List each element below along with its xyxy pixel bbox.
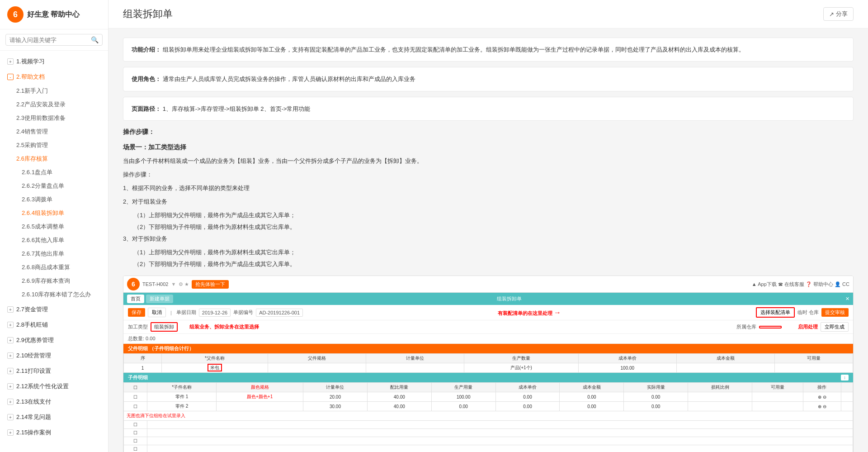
- lcell-chk-5: ☐: [124, 429, 147, 437]
- sidebar-item-cost-adjust[interactable]: 2.6.5成本调整单: [22, 220, 108, 233]
- nav-list: + 1.视频学习 - 2.帮助文档 2.1新手入门 2.2产品安装及登录 2.3…: [0, 51, 108, 452]
- sidebar-item-cost-recalc[interactable]: 2.6.8商品成本重算: [22, 261, 108, 274]
- nav-section-mobile: + 2.8手机旺铺: [0, 318, 108, 332]
- sidebar-item-videos[interactable]: + 1.视频学习: [0, 54, 108, 69]
- lcell-empty-6: [147, 437, 853, 445]
- col-avail: 可用量: [775, 354, 853, 363]
- lcell-chk-4: ☐: [124, 421, 147, 429]
- sidebar-item-coupon[interactable]: + 2.9优惠券管理: [0, 333, 108, 347]
- sim-select-bom-btn[interactable]: 选择装配清单: [756, 307, 795, 318]
- sim-lower-row-3: 无图也滴下位组给在试里录入: [124, 411, 853, 421]
- sim-assembly-header: 父件明细 （子件明细合计行）: [123, 344, 853, 353]
- lcell-prod-qty-1: 100.00: [431, 392, 495, 402]
- expand-icon-cases: +: [7, 429, 14, 436]
- sim-close-icon: ✕: [845, 296, 849, 302]
- search-icon[interactable]: 🔍: [91, 36, 99, 43]
- search-area: 🔍: [0, 29, 108, 51]
- sim-upper-row-1: 1 米包 产品(+1个) 100.00: [124, 363, 853, 373]
- sim-sub-header-label: 子件明细: [128, 374, 148, 381]
- sidebar-label-sales: 2.4销售管理: [16, 128, 48, 135]
- sidebar-label-ledger-error: 2.6.10库存账本错了怎么办: [22, 291, 91, 298]
- sidebar-label-transfer: 2.6.3调拨单: [22, 196, 52, 203]
- sidebar-item-transfer[interactable]: 2.6.3调拨单: [22, 193, 108, 206]
- sidebar-item-faq[interactable]: + 2.14常见问题: [0, 410, 108, 424]
- sidebar-item-purchase[interactable]: 2.5采购管理: [16, 138, 108, 152]
- sidebar-item-label-personalize: 2.12系统个性化设置: [16, 382, 69, 390]
- sidebar-item-sales[interactable]: 2.4销售管理: [16, 125, 108, 138]
- sim-annotation2-wrap: 组装业务、拆卸业务在这里选择: [189, 324, 259, 330]
- sim-commit-btn[interactable]: 提交审核: [821, 308, 849, 317]
- sidebar-item-stocktake[interactable]: 2.6.1盘点单: [22, 166, 108, 179]
- sidebar-item-newbie[interactable]: 2.1新手入门: [16, 84, 108, 98]
- sidebar-item-cases[interactable]: + 2.15操作案例: [0, 425, 108, 440]
- role-label: 使用角色：: [132, 76, 161, 82]
- expand-icon-finance: +: [7, 306, 14, 313]
- sim-generate-btn[interactable]: 立即生成: [821, 322, 849, 332]
- nav-section-print: + 2.11打印设置: [0, 364, 108, 378]
- sidebar-item-inventory[interactable]: 2.6库存核算: [16, 152, 108, 166]
- sidebar-item-ledger-error[interactable]: 2.6.10库存账本错了怎么办: [22, 288, 108, 301]
- sim-right-links: ▲ App下载 ☎ 在线客服 ❓ 帮助中心 👤 CC: [752, 281, 849, 288]
- expand-icon-coupon: +: [7, 337, 14, 343]
- lcol-bom-qty: 配比用量: [367, 383, 431, 392]
- sim-expand-icon[interactable]: ↕: [841, 375, 849, 381]
- lcell-avail-2: [752, 402, 803, 411]
- main-content: 组装拆卸单 ↗ 分享 功能介绍： 组装拆卸单用来处理企业组装或拆卸等加工业务，支…: [108, 0, 868, 452]
- expand-icon-print: +: [7, 368, 14, 374]
- sim-cancel-btn[interactable]: 取消: [148, 308, 166, 317]
- sim-sep: |: [170, 310, 172, 315]
- sidebar-item-personalize[interactable]: + 2.12系统个性化设置: [0, 379, 108, 394]
- sim-logo: 6: [127, 278, 140, 290]
- sidebar-item-ledger-query[interactable]: 2.6.9库存账本查询: [22, 274, 108, 288]
- sim-warehouse-field: [759, 326, 782, 328]
- cell-camount-1: [676, 363, 774, 373]
- sidebar-item-install[interactable]: 2.2产品安装及登录: [16, 98, 108, 111]
- sidebar-item-assembly[interactable]: 2.6.4组装拆卸单: [22, 206, 108, 220]
- sidebar-item-data-prep[interactable]: 2.3使用前数据准备: [16, 111, 108, 125]
- annotation-bom: 有装配清单的在这里处理: [498, 310, 552, 316]
- sidebar-item-ops-mgmt[interactable]: + 2.10经营管理: [0, 348, 108, 363]
- path-label: 页面路径：: [132, 105, 161, 112]
- ops-heading: 操作步骤：: [123, 128, 854, 136]
- sim-top-bar: 6 TEST-H002 ▼ ⚙ ★ 抢先体验一下 ▲ App下载 ☎ 在线客服 …: [123, 276, 853, 293]
- sidebar-item-finance[interactable]: + 2.7资金管理: [0, 302, 108, 317]
- sim-lower-header: ☐ *子件名称 颜色规格 计量单位 配比用量 生产用量 成本单价 成本金额 实际…: [124, 383, 853, 392]
- share-icon: ↗: [829, 11, 834, 18]
- share-button[interactable]: ↗ 分享: [823, 7, 854, 21]
- search-input[interactable]: [9, 37, 91, 43]
- sidebar-item-print[interactable]: + 2.11打印设置: [0, 364, 108, 378]
- lcell-cprice-2: 0.00: [495, 402, 560, 411]
- cell-spec-1: [268, 363, 366, 373]
- lcell-camount-2: 0.00: [560, 402, 624, 411]
- nav-section-coupon: + 2.9优惠券管理: [0, 333, 108, 347]
- sim-save-btn[interactable]: 保存: [128, 308, 145, 317]
- sim-divider: ▼: [171, 281, 176, 287]
- lcell-actual-2: 0.00: [624, 402, 688, 411]
- nav-section-docs: - 2.帮助文档 2.1新手入门 2.2产品安装及登录 2.3使用前数据准备 2…: [0, 70, 108, 301]
- col-prod-qty: 生产数量: [464, 354, 578, 363]
- sidebar-label-install: 2.2产品安装及登录: [16, 101, 66, 108]
- sidebar-item-docs[interactable]: - 2.帮助文档: [0, 70, 108, 84]
- lcell-actual-1: 0.00: [624, 392, 688, 402]
- sidebar-item-partial-stocktake[interactable]: 2.6.2分量盘点单: [22, 179, 108, 193]
- lcol-prod-qty: 生产用量: [431, 383, 495, 392]
- step3-sub2: （2）下部明细为子件明细，最终作为产成品生成其它入库单。: [123, 258, 854, 270]
- lcell-bom-qty-2: 40.00: [367, 402, 431, 411]
- sidebar-item-mobile[interactable]: + 2.8手机旺铺: [0, 318, 108, 332]
- col-part-spec: 父件规格: [268, 354, 366, 363]
- expand-icon-personalize: +: [7, 383, 14, 390]
- sidebar-item-other-out[interactable]: 2.6.7其他出库单: [22, 247, 108, 261]
- lcell-name-1: 零件 1: [147, 392, 217, 402]
- logo-area: 6 好生意 帮助中心: [0, 0, 108, 29]
- lcell-prod-qty-2: 0.00: [431, 402, 495, 411]
- sim-lower-row-7: ☐: [124, 445, 853, 452]
- sidebar-item-other-in[interactable]: 2.6.6其他入库单: [22, 233, 108, 247]
- sidebar-item-payment[interactable]: + 2.13在线支付: [0, 395, 108, 409]
- sidebar-item-label-docs: 2.帮助文档: [16, 73, 45, 81]
- sidebar-label-purchase: 2.5采购管理: [16, 142, 48, 148]
- sim-icons: ⚙ ★: [179, 281, 189, 287]
- lcol-chk: ☐: [124, 383, 147, 392]
- sidebar-item-label-coupon: 2.9优惠券管理: [16, 336, 54, 344]
- sim-annotation-area: 有装配清单的在这里处理 →: [306, 309, 753, 317]
- sidebar-label-inventory: 2.6库存核算: [16, 155, 48, 162]
